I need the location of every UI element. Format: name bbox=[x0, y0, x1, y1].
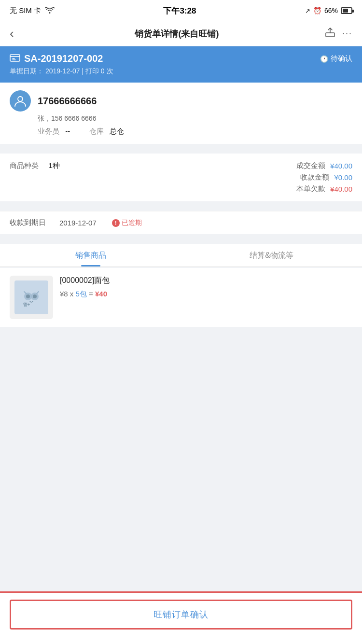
due-date-value: 2019-12-07 bbox=[59, 219, 97, 227]
status-right: ↗ ⏰ 66% bbox=[305, 7, 352, 14]
customer-name: 张，156 6666 6666 bbox=[38, 114, 352, 123]
order-header-card: SA-20191207-002 🕐 待确认 单据日期： 2019-12-07 |… bbox=[0, 46, 362, 83]
svg-point-6 bbox=[33, 294, 37, 298]
divider-3 bbox=[0, 234, 362, 239]
product-type-value: 1种 bbox=[48, 161, 59, 169]
price-separator: = bbox=[87, 290, 95, 298]
svg-text:管+: 管+ bbox=[23, 302, 30, 307]
bottom-spacer bbox=[0, 327, 362, 433]
nav-bar: ‹ 销货单详情(来自旺铺) ··· bbox=[0, 21, 362, 46]
received-value: ¥0.00 bbox=[334, 173, 352, 182]
clock-icon: 🕐 bbox=[320, 55, 328, 63]
print-count: 0 bbox=[101, 67, 105, 75]
order-status-text: 待确认 bbox=[331, 54, 352, 63]
order-status-badge: 🕐 待确认 bbox=[320, 54, 352, 63]
order-id: SA-20191207-002 bbox=[10, 53, 103, 64]
status-bar: 无 SIM 卡 下午3:28 ↗ ⏰ 66% bbox=[0, 0, 362, 21]
divider-1 bbox=[0, 144, 362, 149]
tab-sales-label: 销售商品 bbox=[75, 251, 106, 259]
nav-actions: ··· bbox=[325, 27, 352, 40]
summary-amounts: 成交金额 ¥40.00 收款金额 ¥0.00 本单欠款 ¥40.00 bbox=[296, 161, 352, 194]
alarm-icon: ⏰ bbox=[313, 7, 321, 14]
product-type: 商品种类 1种 bbox=[10, 161, 60, 170]
status-time: 下午3:28 bbox=[163, 5, 196, 16]
sales-meta: 业务员 -- bbox=[38, 127, 70, 136]
product-name: [0000002]面包 bbox=[60, 276, 352, 286]
confirm-order-button[interactable]: 旺铺订单确认 bbox=[10, 600, 352, 630]
sales-value: -- bbox=[65, 127, 70, 135]
product-type-label: 商品种类 bbox=[10, 161, 39, 169]
wifi-icon bbox=[45, 7, 55, 15]
export-button[interactable] bbox=[325, 27, 335, 40]
product-price-line: ¥8 x 5包 = ¥40 bbox=[60, 290, 352, 299]
battery-percent: 66% bbox=[324, 7, 338, 14]
order-id-text: SA-20191207-002 bbox=[24, 53, 103, 64]
price-prefix: ¥8 x bbox=[60, 290, 76, 298]
date-label: 单据日期： bbox=[10, 67, 43, 75]
order-date: 2019-12-07 bbox=[45, 67, 80, 75]
page-title: 销货单详情(来自旺铺) bbox=[135, 28, 219, 40]
product-details: [0000002]面包 ¥8 x 5包 = ¥40 bbox=[60, 276, 352, 299]
overdue-text: 已逾期 bbox=[122, 219, 142, 227]
battery-icon bbox=[341, 7, 352, 14]
sales-label: 业务员 bbox=[38, 127, 59, 135]
received-row: 收款金额 ¥0.00 bbox=[300, 173, 352, 182]
customer-avatar bbox=[10, 90, 31, 112]
order-icon bbox=[10, 53, 20, 64]
print-label: | 打印 bbox=[82, 67, 99, 75]
print-suffix: 次 bbox=[107, 67, 113, 75]
warehouse-value: 总仓 bbox=[110, 127, 124, 135]
customer-phone: 17666666666 bbox=[38, 96, 97, 107]
bottom-bar: 旺铺订单确认 bbox=[0, 591, 362, 644]
owed-label: 本单欠款 bbox=[296, 184, 325, 194]
warehouse-label: 仓库 bbox=[89, 127, 104, 135]
location-icon: ↗ bbox=[305, 7, 310, 14]
summary-section: 商品种类 1种 成交金额 ¥40.00 收款金额 ¥0.00 本单欠款 ¥40.… bbox=[0, 154, 362, 201]
due-date-section: 收款到期日 2019-12-07 ! 已逾期 bbox=[0, 211, 362, 234]
amount-value: ¥40.00 bbox=[330, 162, 352, 170]
owed-value: ¥40.00 bbox=[330, 185, 352, 193]
back-icon: ‹ bbox=[10, 26, 14, 41]
back-button[interactable]: ‹ bbox=[10, 26, 29, 41]
warehouse-meta: 仓库 总仓 bbox=[89, 127, 124, 136]
tab-settlement-label: 结算&物流等 bbox=[250, 251, 293, 259]
amount-label: 成交金额 bbox=[296, 161, 325, 170]
product-item: 管+ [0000002]面包 ¥8 x 5包 = ¥40 bbox=[0, 268, 362, 327]
svg-point-5 bbox=[26, 294, 30, 298]
customer-meta: 业务员 -- 仓库 总仓 bbox=[38, 127, 352, 136]
price-qty: 5包 bbox=[76, 290, 87, 298]
divider-2 bbox=[0, 201, 362, 206]
tab-sales-products[interactable]: 销售商品 bbox=[0, 244, 181, 266]
tabs-section: 销售商品 结算&物流等 bbox=[0, 244, 362, 267]
product-thumbnail: 管+ bbox=[10, 276, 53, 319]
svg-rect-0 bbox=[326, 33, 334, 37]
svg-rect-1 bbox=[10, 55, 20, 61]
overdue-dot-icon: ! bbox=[112, 219, 120, 227]
owed-row: 本单欠款 ¥40.00 bbox=[296, 184, 352, 194]
customer-section: 17666666666 张，156 6666 6666 业务员 -- 仓库 总仓 bbox=[0, 83, 362, 144]
status-left: 无 SIM 卡 bbox=[10, 6, 55, 15]
svg-point-2 bbox=[18, 97, 23, 101]
more-button[interactable]: ··· bbox=[342, 28, 352, 39]
carrier-label: 无 SIM 卡 bbox=[10, 6, 41, 15]
price-total: ¥40 bbox=[95, 290, 107, 298]
amount-row: 成交金额 ¥40.00 bbox=[296, 161, 352, 170]
due-date-label: 收款到期日 bbox=[10, 218, 46, 227]
tab-settlement[interactable]: 结算&物流等 bbox=[181, 244, 362, 266]
product-thumb-icon: 管+ bbox=[14, 280, 48, 314]
received-label: 收款金额 bbox=[300, 173, 329, 182]
overdue-badge: ! 已逾期 bbox=[112, 219, 142, 227]
order-date-line: 单据日期： 2019-12-07 | 打印 0 次 bbox=[10, 67, 352, 76]
